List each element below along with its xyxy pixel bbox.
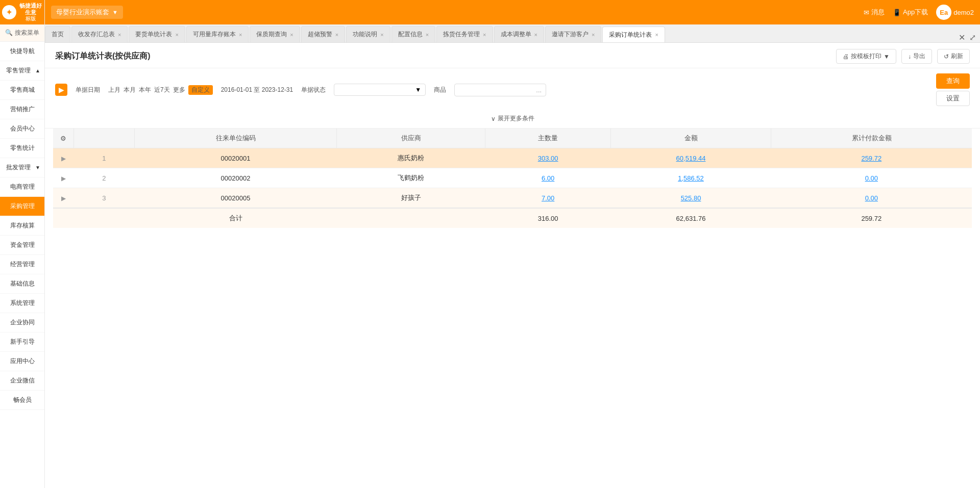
tab-purchase-detail[interactable]: 要货单统计表 × — [129, 26, 185, 42]
tab-close-invite-downstream[interactable]: × — [592, 32, 595, 38]
print-button[interactable]: 🖨 按模板打印 ▼ — [836, 49, 896, 64]
sidebar-item-operations[interactable]: 经营管理 — [0, 255, 44, 274]
settings-button[interactable]: 设置 — [936, 91, 970, 106]
sidebar-item-retail[interactable]: 零售管理 ▲ — [0, 61, 44, 81]
row-qty[interactable]: 6.00 — [485, 168, 611, 188]
shortcut-this-year[interactable]: 本年 — [139, 86, 151, 94]
tab-bar: 首页 收发存汇总表 × 要货单统计表 × 可用量库存账本 × 保质期查询 × 超… — [45, 24, 980, 43]
sidebar-item-ecommerce[interactable]: 电商管理 — [0, 177, 44, 197]
top-bar-actions: ✉ 消息 📱 App下载 Ea demo2 — [864, 5, 974, 20]
page-header: 采购订单统计表(按供应商) 🖨 按模板打印 ▼ ↓ 导出 ↺ 刷新 — [45, 43, 980, 68]
tab-close-overstock[interactable]: × — [335, 32, 338, 38]
tab-cost-adjust[interactable]: 成本调整单 × — [494, 26, 544, 42]
sidebar-item-finance[interactable]: 资金管理 — [0, 236, 44, 255]
date-filter-label: 单据日期 — [76, 86, 100, 94]
page-actions: 🖨 按模板打印 ▼ ↓ 导出 ↺ 刷新 — [836, 49, 970, 64]
sidebar-item-marketing[interactable]: 营销推广 — [0, 100, 44, 119]
tab-close-config[interactable]: × — [426, 32, 429, 38]
sidebar-item-inventory[interactable]: 库存核算 — [0, 216, 44, 236]
shortcut-prev-month[interactable]: 上月 — [108, 86, 120, 94]
status-select[interactable]: ▼ — [334, 84, 426, 96]
row-paid[interactable]: 0.00 — [771, 168, 972, 188]
refresh-icon: ↺ — [944, 53, 949, 60]
query-button[interactable]: 查询 — [936, 73, 970, 89]
tab-close-all-icon[interactable]: ✕ — [959, 33, 965, 42]
shortcut-this-month[interactable]: 本月 — [124, 86, 136, 94]
row-code: 00020005 — [135, 188, 336, 209]
tab-config[interactable]: 配置信息 × — [391, 26, 435, 42]
date-range-display: 2016-01-01 至 2023-12-31 — [221, 86, 293, 94]
sidebar-item-quick-nav[interactable]: 快捷导航 — [0, 42, 44, 61]
table-body: ▶ 1 00020001 惠氏奶粉 303.00 60,519.44 259.7… — [53, 148, 972, 209]
expand-down-icon: ∨ — [491, 115, 496, 122]
sidebar-item-system[interactable]: 系统管理 — [0, 294, 44, 313]
row-paid[interactable]: 0.00 — [771, 188, 972, 209]
row-qty[interactable]: 7.00 — [485, 188, 611, 209]
filter-row-1: ▶ 单据日期 上月 本月 本年 近7天 更多 自定义 2016-01-01 至 … — [55, 73, 970, 106]
expand-more-button[interactable]: ∨ 展开更多条件 — [491, 114, 534, 123]
sidebar: ✦ 畅捷通好生意 标版 🔍 搜索菜单 快捷导航 零售管理 ▲ 零售商城 营销推广… — [0, 0, 45, 488]
row-qty[interactable]: 303.00 — [485, 148, 611, 168]
tab-close-receive[interactable]: × — [118, 32, 121, 38]
sidebar-item-app-center[interactable]: 应用中心 — [0, 352, 44, 371]
tab-close-expiry[interactable]: × — [290, 32, 293, 38]
workspace-selector[interactable]: 母婴行业演示账套 ▼ — [51, 6, 123, 19]
tab-purchase-summary[interactable]: 采购订单统计表 × — [602, 27, 665, 43]
sidebar-item-enterprise[interactable]: 企业协同 — [0, 313, 44, 332]
tab-close-cost-adjust[interactable]: × — [534, 32, 537, 38]
col-settings[interactable]: ⚙ — [53, 129, 74, 148]
app-download-button[interactable]: 📱 App下载 — [893, 8, 928, 17]
tab-close-function-desc[interactable]: × — [380, 32, 383, 38]
row-paid[interactable]: 259.72 — [771, 148, 972, 168]
row-supplier: 飞鹤奶粉 — [336, 168, 485, 188]
shortcut-more[interactable]: 更多 — [173, 86, 185, 94]
sidebar-item-wholesale[interactable]: 批发管理 ▼ — [0, 158, 44, 177]
goods-input-wrapper[interactable]: ... — [454, 84, 546, 96]
row-amount[interactable]: 1,586.52 — [610, 168, 771, 188]
tab-available-stock[interactable]: 可用量库存账本 × — [186, 26, 249, 42]
tab-close-picking-task[interactable]: × — [483, 32, 486, 38]
tab-expiry[interactable]: 保质期查询 × — [250, 26, 300, 42]
row-code: 00020002 — [135, 168, 336, 188]
row-amount[interactable]: 60,519.44 — [610, 148, 771, 168]
sidebar-item-membership[interactable]: 畅会员 — [0, 391, 44, 410]
message-button[interactable]: ✉ 消息 — [864, 8, 885, 17]
tab-receive[interactable]: 收发存汇总表 × — [71, 26, 128, 42]
refresh-button[interactable]: ↺ 刷新 — [937, 49, 970, 64]
row-expand[interactable]: ▶ — [53, 168, 74, 188]
sidebar-item-purchase[interactable]: 采购管理 — [0, 197, 44, 216]
filter-toggle-button[interactable]: ▶ — [55, 84, 67, 96]
tab-overstock[interactable]: 超储预警 × — [301, 26, 345, 42]
tab-invite-downstream[interactable]: 邀请下游客户 × — [545, 26, 601, 42]
row-expand[interactable]: ▶ — [53, 148, 74, 168]
sidebar-item-wechat[interactable]: 企业微信 — [0, 371, 44, 391]
table-row[interactable]: ▶ 2 00020002 飞鹤奶粉 6.00 1,586.52 0.00 — [53, 168, 972, 188]
sidebar-item-member[interactable]: 会员中心 — [0, 119, 44, 139]
tab-picking-task[interactable]: 拣货任务管理 × — [436, 26, 493, 42]
sidebar-item-retail-store[interactable]: 零售商城 — [0, 81, 44, 100]
user-menu[interactable]: Ea demo2 — [936, 5, 974, 20]
export-button[interactable]: ↓ 导出 — [901, 49, 932, 64]
row-amount[interactable]: 525.80 — [610, 188, 771, 209]
search-menu[interactable]: 🔍 搜索菜单 — [0, 24, 44, 42]
sidebar-item-retail-stat[interactable]: 零售统计 — [0, 139, 44, 158]
table-row[interactable]: ▶ 3 00020005 好孩子 7.00 525.80 0.00 — [53, 188, 972, 209]
row-expand[interactable]: ▶ — [53, 188, 74, 209]
tab-home[interactable]: 首页 — [45, 26, 70, 42]
custom-badge[interactable]: 自定义 — [188, 85, 213, 95]
tab-function-desc[interactable]: 功能说明 × — [346, 26, 390, 42]
tab-close-purchase-detail[interactable]: × — [175, 32, 178, 38]
shortcut-7days[interactable]: 近7天 — [154, 86, 170, 94]
col-amount: 金额 — [610, 129, 771, 148]
row-supplier: 好孩子 — [336, 188, 485, 209]
sidebar-item-guide[interactable]: 新手引导 — [0, 332, 44, 352]
table-row[interactable]: ▶ 1 00020001 惠氏奶粉 303.00 60,519.44 259.7… — [53, 148, 972, 168]
sidebar-item-basic[interactable]: 基础信息 — [0, 274, 44, 294]
goods-input[interactable] — [459, 86, 536, 93]
tab-maximize-icon[interactable]: ⤢ — [969, 33, 976, 42]
table-header-row: ⚙ 往来单位编码 供应商 主数量 金额 累计付款金额 — [53, 129, 972, 148]
tab-close-available-stock[interactable]: × — [239, 32, 242, 38]
download-icon: 📱 — [893, 9, 901, 16]
tab-close-purchase-summary[interactable]: × — [655, 32, 658, 38]
col-supplier: 供应商 — [336, 129, 485, 148]
